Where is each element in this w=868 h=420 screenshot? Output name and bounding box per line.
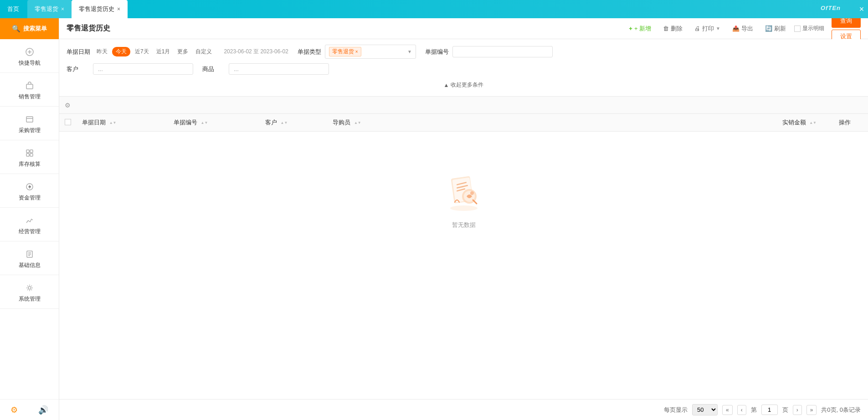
first-page-button[interactable]: « [722,405,733,415]
collapse-row: ▲ 收起更多条件 [67,79,861,91]
per-page-select[interactable]: 50 20 100 [692,404,718,415]
doc-no-label: 单据编号 [425,48,449,56]
quick-nav-icon [24,46,35,57]
basic-info-icon [24,249,35,260]
pagination-bar: 每页显示 50 20 100 « ‹ 第 页 › » 共0页, 0条记录 [59,399,868,420]
tab-retail-return[interactable]: 零售退货 × [27,0,72,18]
data-table: 单据日期 ▲▼ 单据编号 ▲▼ 客户 ▲▼ 导购员 [59,114,868,247]
doc-type-chevron-icon: ▼ [407,49,412,54]
last1month-btn[interactable]: 近1月 [154,47,173,56]
page-header: 零售退货历史 + + 新增 🗑 删除 🖨 打印 ▼ [59,18,868,39]
page-input[interactable] [761,405,778,415]
settings-bottom-icon[interactable]: ⚙ [10,405,18,415]
th-date: 单据日期 ▲▼ [77,114,168,132]
customer-input[interactable]: ... [93,63,193,75]
window-close-button[interactable]: × [855,3,868,15]
purchase-mgmt-icon [24,114,35,125]
table-header-row: 单据日期 ▲▼ 单据编号 ▲▼ 客户 ▲▼ 导购员 [59,114,868,132]
tab-home[interactable]: 首页 [0,0,26,18]
table-settings-icon[interactable]: ⚙ [65,102,71,109]
sidebar-item-quick-nav[interactable]: 快捷导航 [0,39,59,73]
sidebar-item-basic-info[interactable]: 基础信息 [0,241,59,275]
sidebar-item-operations[interactable]: 经营管理 [0,208,59,241]
delete-button[interactable]: 🗑 删除 [659,23,686,35]
th-spacer [407,114,730,132]
sidebar-search-button[interactable]: 🔍 搜索菜单 [0,18,59,39]
delete-icon: 🗑 [663,25,669,32]
doc-type-tag-close[interactable]: × [355,49,358,54]
last7days-btn[interactable]: 近7天 [132,47,152,56]
svg-point-9 [28,287,31,289]
print-button[interactable]: 🖨 打印 ▼ [691,23,724,35]
collapse-button[interactable]: ▲ 收起更多条件 [438,79,489,91]
table-toolbar: ⚙ [59,97,868,114]
sidebar-item-sales-mgmt[interactable]: 销售管理 [0,73,59,107]
empty-state: 暂无数据 [59,132,868,247]
often-badge: OfTEn [821,5,841,11]
svg-rect-4 [30,150,33,153]
doc-type-select[interactable]: 零售退货 × ▼ [325,45,416,59]
sort-date-icon[interactable]: ▲▼ [109,121,117,125]
tab-list: 首页 零售退货 × 零售退货历史 × [0,0,855,18]
th-actions: 操作 [822,114,868,132]
th-amount: 实销金额 ▲▼ [730,114,822,132]
goods-input[interactable]: ... [229,63,329,75]
empty-state-row: 暂无数据 [59,132,868,248]
tab-retail-return-history[interactable]: 零售退货历史 × [72,0,128,18]
sidebar-item-system-mgmt[interactable]: 系统管理 [0,275,59,309]
sort-guide-icon[interactable]: ▲▼ [354,121,361,125]
next-page-button[interactable]: › [793,405,802,415]
show-detail-checkbox-area: 显示明细 [794,25,824,32]
select-all-checkbox[interactable] [65,119,71,125]
more-btn[interactable]: 更多 [175,47,191,56]
sort-customer-icon[interactable]: ▲▼ [281,121,288,125]
sidebar-item-finance-mgmt[interactable]: 资金管理 [0,174,59,208]
export-button[interactable]: 📤 导出 [729,23,757,35]
svg-rect-2 [26,117,33,122]
close-tab-retail-return[interactable]: × [61,6,64,12]
operations-icon [24,215,35,226]
sidebar-item-purchase-mgmt[interactable]: 采购管理 [0,107,59,140]
today-btn[interactable]: 今天 [112,47,130,56]
volume-icon[interactable]: 🔊 [38,405,48,415]
goods-filter: 商品 ... [202,63,329,75]
query-button[interactable]: 查询 [832,18,861,28]
sidebar: 🔍 搜索菜单 快捷导航 销售管理 采购管理 [0,18,59,420]
svg-rect-1 [26,84,33,89]
new-button[interactable]: + + 新增 [625,23,655,35]
doc-no-input[interactable] [452,46,553,57]
th-checkbox [59,114,77,132]
close-tab-retail-return-history[interactable]: × [117,6,120,12]
th-guide: 导购员 ▲▼ [327,114,407,132]
doc-type-tag: 零售退货 × [329,47,361,56]
svg-rect-5 [26,154,29,156]
th-customer: 客户 ▲▼ [260,114,327,132]
date-label: 单据日期 [67,48,90,56]
last-page-button[interactable]: » [806,405,817,415]
per-page-label: 每页显示 [664,406,688,414]
page-label: 第 [751,406,757,414]
content-area: 零售退货历史 + + 新增 🗑 删除 🖨 打印 ▼ [59,18,868,420]
prev-page-button[interactable]: ‹ [737,405,746,415]
collapse-up-icon: ▲ [444,82,449,88]
svg-rect-6 [30,154,33,156]
empty-text: 暂无数据 [452,221,476,229]
date-range-input: 2023-06-02 至 2023-06-02 [224,48,288,56]
sidebar-item-inventory[interactable]: 库存核算 [0,140,59,174]
custom-btn[interactable]: 自定义 [193,47,215,56]
customer-filter: 客户 ... [67,63,193,75]
main-layout: 🔍 搜索菜单 快捷导航 销售管理 采购管理 [0,18,868,420]
sort-amount-icon[interactable]: ▲▼ [809,121,817,125]
yesterday-btn[interactable]: 昨天 [94,47,110,56]
inventory-icon [24,148,35,159]
customer-label: 客户 [67,65,89,73]
date-range-buttons: 昨天 今天 近7天 近1月 更多 自定义 [94,47,215,56]
sort-no-icon[interactable]: ▲▼ [201,121,208,125]
filter-row-1: 单据日期 昨天 今天 近7天 近1月 更多 自定义 2023-06-02 至 2… [67,45,861,59]
system-mgmt-icon [24,282,35,293]
print-icon: 🖨 [694,25,700,32]
show-detail-checkbox[interactable] [794,26,801,32]
refresh-button[interactable]: 🔄 刷新 [761,23,790,35]
empty-state-icon [441,168,487,214]
filter-area: 单据日期 昨天 今天 近7天 近1月 更多 自定义 2023-06-02 至 2… [59,39,868,97]
